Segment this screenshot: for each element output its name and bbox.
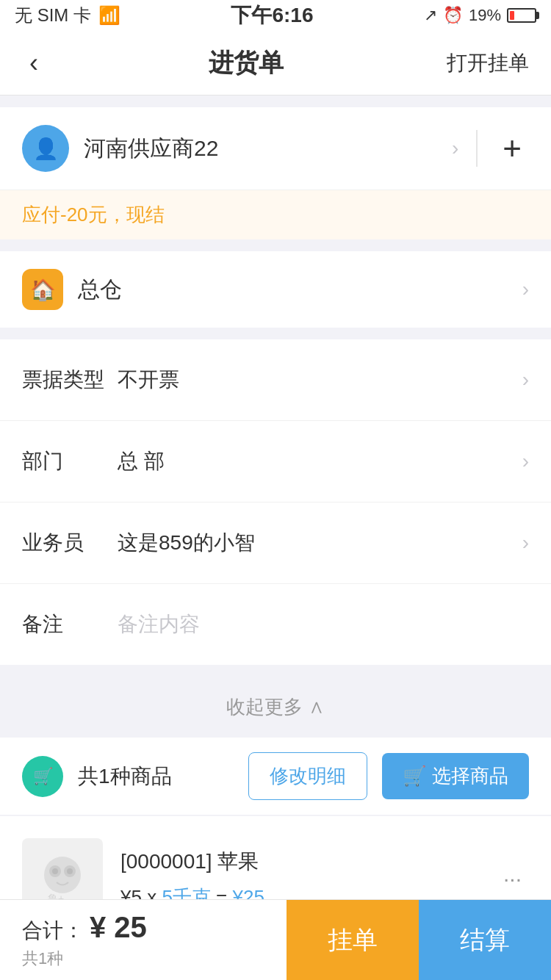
svg-point-3 [52, 868, 58, 874]
edit-detail-button[interactable]: 修改明细 [248, 752, 367, 800]
cart-icon-symbol: 🛒 [33, 767, 53, 786]
warehouse-card[interactable]: 🏠 总仓 › [0, 251, 551, 328]
more-options-button[interactable]: ··· [496, 859, 529, 898]
pending-button[interactable]: 挂单 [287, 900, 419, 981]
salesperson-chevron-icon: › [522, 531, 529, 555]
select-product-button[interactable]: 🛒 选择商品 [382, 753, 529, 799]
product-cart-icon: 🛒 [22, 756, 63, 797]
department-value: 总 部 [110, 447, 522, 475]
svg-point-4 [67, 868, 73, 874]
status-right: ↗ ⏰ 19% [424, 6, 536, 25]
supplier-divider [476, 130, 478, 167]
total-sub: 共1种 [22, 948, 264, 970]
invoice-type-label: 票据类型 [22, 366, 110, 394]
supplier-row[interactable]: 👤 河南供应商22 › + [0, 107, 551, 190]
open-pending-button[interactable]: 打开挂单 [447, 49, 529, 77]
add-supplier-button[interactable]: + [495, 130, 529, 167]
time-label: 下午6:16 [231, 1, 313, 29]
alarm-icon: ⏰ [443, 6, 463, 25]
total-label: 合计： [22, 917, 84, 945]
avatar-icon: 👤 [33, 137, 59, 161]
wifi-icon: 📶 [98, 5, 120, 26]
supplier-name: 河南供应商22 [84, 134, 452, 164]
warehouse-icon-symbol: 🏠 [30, 278, 56, 302]
footer-total: 合计： ¥ 25 共1种 [0, 911, 287, 970]
supplier-chevron-icon: › [452, 137, 458, 160]
nav-bar: ‹ 进货单 打开挂单 [0, 31, 551, 96]
invoice-chevron-icon: › [522, 368, 529, 392]
warehouse-name: 总仓 [78, 275, 522, 305]
warehouse-row: 🏠 总仓 › [0, 251, 551, 328]
select-icon: 🛒 [403, 765, 426, 788]
product-name: [0000001] 苹果 [120, 848, 478, 876]
main-content: 👤 河南供应商22 › + 应付-20元，现结 🏠 总仓 › 票据类型 不开票 … [0, 107, 551, 980]
salesperson-label: 业务员 [22, 529, 110, 557]
invoice-type-value: 不开票 [110, 366, 522, 394]
status-left: 无 SIM 卡 📶 [15, 4, 120, 27]
product-title: 苹果 [217, 850, 259, 873]
battery-percent: 19% [469, 6, 501, 25]
product-code: [0000001] [120, 850, 217, 873]
department-chevron-icon: › [522, 450, 529, 473]
checkout-button[interactable]: 结算 [419, 900, 551, 981]
remark-label: 备注 [22, 610, 110, 638]
product-header: 🛒 共1种商品 修改明细 🛒 选择商品 [0, 738, 551, 815]
status-bar: 无 SIM 卡 📶 下午6:16 ↗ ⏰ 19% [0, 0, 551, 31]
battery-icon [507, 8, 536, 23]
notice-text: 应付-20元，现结 [22, 203, 165, 226]
location-icon: ↗ [424, 6, 437, 25]
collapse-button[interactable]: 收起更多 ∧ [0, 677, 551, 738]
back-button[interactable]: ‹ [22, 40, 46, 86]
footer: 合计： ¥ 25 共1种 挂单 结算 [0, 899, 551, 980]
svg-point-0 [44, 857, 81, 893]
supplier-avatar: 👤 [22, 125, 69, 172]
total-amount: ¥ 25 [90, 911, 147, 944]
invoice-type-row[interactable]: 票据类型 不开票 › [0, 339, 551, 421]
product-count-label: 共1种商品 [78, 763, 234, 790]
supplier-warehouse-card: 👤 河南供应商22 › + 应付-20元，现结 [0, 107, 551, 239]
department-row[interactable]: 部门 总 部 › [0, 421, 551, 502]
select-product-label: 选择商品 [432, 763, 508, 789]
total-main: 合计： ¥ 25 [22, 911, 264, 945]
warehouse-chevron-icon: › [522, 278, 529, 301]
remark-row[interactable]: 备注 备注内容 [0, 584, 551, 665]
page-title: 进货单 [209, 46, 284, 80]
notice-bar: 应付-20元，现结 [0, 190, 551, 239]
department-label: 部门 [22, 447, 110, 475]
carrier-label: 无 SIM 卡 [15, 4, 91, 27]
warehouse-icon: 🏠 [22, 269, 63, 310]
form-section: 票据类型 不开票 › 部门 总 部 › 业务员 这是859的小智 › 备注 备注… [0, 339, 551, 665]
salesperson-value: 这是859的小智 [110, 529, 522, 557]
salesperson-row[interactable]: 业务员 这是859的小智 › [0, 502, 551, 584]
remark-input[interactable]: 备注内容 [110, 610, 529, 638]
